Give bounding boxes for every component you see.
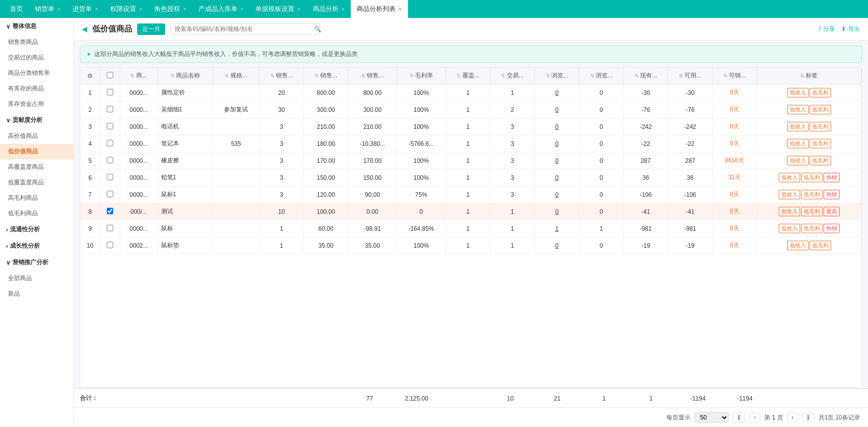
sidebar-item-高价值商品[interactable]: 高价值商品 — [0, 128, 73, 144]
sidebar-item-高覆盖度商品[interactable]: 高覆盖度商品 — [0, 159, 73, 175]
row-trade: 3 — [490, 186, 535, 203]
table-row: 20000...吴细细1参加复试30300.00300.00100%1200-7… — [80, 101, 862, 118]
nav-item-首页[interactable]: 首页 — [4, 0, 29, 18]
page-size-select[interactable]: 50 100 200 — [694, 412, 729, 423]
row-views1-link[interactable]: 0 — [555, 208, 559, 215]
tag-低收入: 低收入 — [779, 224, 800, 233]
row-views1: 0 — [535, 203, 579, 220]
sidebar-item-新品[interactable]: 新品 — [0, 286, 73, 302]
sidebar-collapse-btn[interactable]: ◀ — [82, 25, 87, 33]
close-icon[interactable]: × — [183, 6, 186, 12]
nav-item-销货单[interactable]: 销货单× — [29, 0, 66, 18]
sidebar-group-整体信息[interactable]: ∨ 整体信息 — [0, 18, 73, 34]
close-icon[interactable]: × — [399, 6, 402, 12]
nav-item-商品分析列表[interactable]: 商品分析列表× — [351, 0, 408, 18]
row-sales-price: 150.00 — [304, 169, 348, 186]
next-page-btn[interactable]: › — [787, 413, 798, 423]
row-checkbox-input[interactable] — [107, 89, 113, 95]
col-header-spec[interactable]: ⇅ 规格... — [213, 67, 259, 84]
col-header-sellable[interactable]: ⇅ 可销... — [712, 67, 757, 84]
row-tags: 低收入低毛利置高 — [757, 203, 861, 220]
tag-低收入: 低收入 — [779, 190, 800, 199]
col-header-views1[interactable]: ⇅ 浏览... — [535, 67, 579, 84]
close-icon[interactable]: × — [95, 6, 98, 12]
close-icon[interactable]: × — [57, 6, 60, 12]
search-input[interactable] — [170, 23, 320, 35]
sidebar-group-流通性分析[interactable]: › 流通性分析 — [0, 221, 73, 238]
sidebar-item-高毛利商品[interactable]: 高毛利商品 — [0, 190, 73, 206]
sidebar-item-库存资金占用[interactable]: 库存资金占用 — [0, 96, 73, 112]
row-tags: 低收入低毛利 — [757, 84, 861, 101]
row-checkbox-input[interactable] — [107, 123, 113, 129]
row-views1-link[interactable]: 0 — [555, 157, 559, 164]
col-header-current[interactable]: ⇅ 现有... — [624, 67, 668, 84]
row-views1-link[interactable]: 0 — [555, 89, 559, 96]
sidebar-item-低覆盖度商品[interactable]: 低覆盖度商品 — [0, 175, 73, 190]
row-checkbox-input[interactable] — [107, 140, 113, 146]
row-checkbox-input[interactable] — [107, 106, 113, 112]
sidebar-item-全部商品[interactable]: 全部商品 — [0, 271, 73, 286]
row-checkbox — [100, 186, 120, 203]
chevron-icon: › — [6, 243, 8, 250]
close-icon[interactable]: × — [139, 6, 142, 12]
row-gross-margin: 100% — [397, 118, 445, 135]
row-checkbox-input[interactable] — [107, 242, 113, 248]
col-header-coverage[interactable]: ⇅ 覆盖... — [446, 67, 490, 84]
col-header-tags[interactable]: ⇅ 标签 — [757, 67, 861, 84]
row-checkbox-input[interactable] — [107, 208, 113, 214]
nav-item-单据模板设置[interactable]: 单据模板设置× — [249, 0, 306, 18]
row-coverage: 1 — [446, 84, 490, 101]
nav-item-商品分析[interactable]: 商品分析× — [307, 0, 351, 18]
row-views1-link[interactable]: 0 — [555, 106, 559, 113]
sidebar-group-成长性分析[interactable]: › 成长性分析 — [0, 238, 73, 254]
row-views1-link[interactable]: 0 — [555, 174, 559, 181]
col-header-checkbox[interactable] — [100, 67, 120, 84]
row-name: 吴细细1 — [158, 101, 213, 118]
search-icon[interactable]: 🔍 — [314, 25, 321, 32]
sidebar-group-营销推广分析[interactable]: ∨ 营销推广分析 — [0, 254, 73, 271]
prev-page-btn[interactable]: ‹ — [749, 413, 760, 423]
sidebar-item-销售类商品[interactable]: 销售类商品 — [0, 34, 73, 50]
col-header-views2[interactable]: ⇅ 浏览... — [579, 67, 624, 84]
share-button[interactable]: ⤴ 分享 — [818, 25, 835, 33]
sidebar-item-交易过的商品[interactable]: 交易过的商品 — [0, 50, 73, 65]
col-header-settings[interactable]: ⚙ — [80, 67, 100, 84]
row-views1-link[interactable]: 1 — [555, 225, 559, 232]
row-sales-qty: 3 — [259, 169, 304, 186]
col-header-name[interactable]: ⇅ 商品名称 — [158, 67, 213, 84]
footer-views1: 1 — [581, 395, 628, 402]
sidebar-item-有库存的商品[interactable]: 有库存的商品 — [0, 81, 73, 96]
col-header-sales_qty[interactable]: ⇅ 销售... — [259, 67, 304, 84]
close-icon[interactable]: × — [297, 6, 300, 12]
col-header-code[interactable]: ⇅ 商... — [120, 67, 158, 84]
sidebar-item-低价值商品[interactable]: 低价值商品 — [0, 144, 73, 159]
nav-item-产成品入库单[interactable]: 产成品入库单× — [193, 0, 249, 18]
sidebar-item-商品分类销售率[interactable]: 商品分类销售率 — [0, 65, 73, 81]
col-header-sales_amount[interactable]: ⇅ 销售... — [348, 67, 397, 84]
col-header-available[interactable]: ⇅ 可用... — [668, 67, 712, 84]
row-views1-link[interactable]: 0 — [555, 191, 559, 198]
select-all-checkbox[interactable] — [107, 72, 113, 78]
row-views1-link[interactable]: 0 — [555, 140, 559, 147]
row-checkbox-input[interactable] — [107, 225, 113, 231]
row-views1-link[interactable]: 0 — [555, 123, 559, 130]
col-header-trade[interactable]: ⇅ 交易... — [490, 67, 535, 84]
date-filter-btn[interactable]: 近一月 — [137, 23, 165, 35]
export-button[interactable]: ⬆ 导出 — [841, 25, 860, 33]
sidebar-item-低毛利商品[interactable]: 低毛利商品 — [0, 206, 73, 221]
row-checkbox-input[interactable] — [107, 191, 113, 197]
nav-item-进货单[interactable]: 进货单× — [66, 0, 104, 18]
close-icon[interactable]: × — [240, 6, 243, 12]
col-header-sales_price[interactable]: ⇅ 销售... — [304, 67, 348, 84]
nav-item-权限设置[interactable]: 权限设置× — [104, 0, 148, 18]
sidebar-group-贡献度分析[interactable]: ∨ 贡献度分析 — [0, 112, 73, 128]
nav-item-角色授权[interactable]: 角色授权× — [148, 0, 192, 18]
row-checkbox-input[interactable] — [107, 174, 113, 180]
col-header-gross_margin[interactable]: ⇅ 毛利率 — [397, 67, 445, 84]
close-icon[interactable]: × — [342, 6, 345, 12]
last-page-btn[interactable]: ⟫ — [802, 413, 815, 423]
row-code: 0002... — [120, 237, 158, 254]
row-views1-link[interactable]: 0 — [555, 242, 559, 249]
first-page-btn[interactable]: ⟪ — [733, 413, 745, 423]
row-checkbox-input[interactable] — [107, 157, 113, 163]
